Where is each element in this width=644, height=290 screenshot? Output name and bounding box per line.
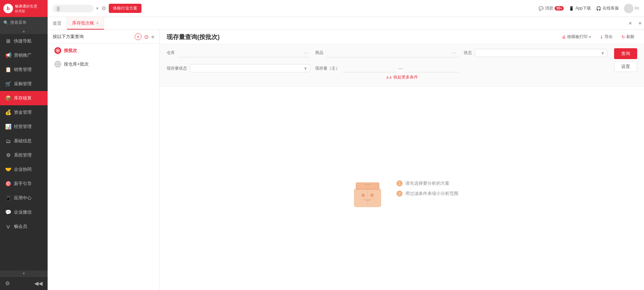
warehouse-dots-icon[interactable]: ··· [303,50,307,55]
warehouse-label: 仓库 [167,50,175,56]
warehouse-input[interactable]: ··· [177,48,310,57]
svg-point-2 [56,62,60,66]
product-field: 商品 ··· [315,48,459,57]
export-btn[interactable]: ⤓ 导出 [597,33,615,41]
inventory-status-label: 现存量状态 [167,66,187,71]
sidebar-item-weixin[interactable]: 💬 企业微信 [0,205,48,219]
query-button[interactable]: 查询 [614,48,637,59]
sidebar-item-label: 经营管理 [14,124,32,130]
sidebar-item-appcenter[interactable]: 📱 应用中心 [0,191,48,205]
sidebar-item-sales[interactable]: 📋 销售管理 [0,62,48,77]
message-icon: 💬 [539,6,544,11]
sidebar-footer: ⚙ ◀◀ [0,276,48,290]
hint-num-2: 2 [396,191,403,197]
sidebar-nav: ⊞ 快捷导航 📢 营销推广 📋 销售管理 🛒 采购管理 📦 库存核算 💰 资金管… [0,34,48,271]
topbar-left: ▓ ▾ ⚙ 体验行业方案 [53,4,535,13]
sidebar-item-label: 企业微信 [14,209,32,215]
add-scheme-icon[interactable]: + [135,33,141,40]
scheme-by-wh-batch-label: 按仓库+批次 [64,61,89,67]
left-panel: 按以下方案查询 + ⊙ « 按批次 按仓库+批次 [48,30,160,290]
empty-state: 1 请先选择要分析的方案 2 用过滤条件来缩小分析范围 [160,87,644,290]
status-chevron-icon: ∨ [601,51,604,55]
scheme-item-by-batch[interactable]: 按批次 [48,44,159,57]
message-btn[interactable]: 💬 消息 99+ [539,5,564,11]
export-icon: ⤓ [600,35,603,39]
trial-btn[interactable]: 体验行业方案 [109,4,141,13]
topbar-search-box[interactable]: ▓ [53,5,94,12]
right-panel: 现存量查询(按批次) 🖨 按模板打印 ▾ ⤓ 导出 ↻ 刷新 [160,30,644,290]
right-panel-header: 现存量查询(按批次) 🖨 按模板打印 ▾ ⤓ 导出 ↻ 刷新 [160,30,644,44]
warehouse-text-input[interactable] [180,49,302,56]
brand-text: 畅康通好生意 标准版 [15,4,37,13]
sidebar-item-operation[interactable]: 📊 经营管理 [0,120,48,134]
sidebar-item-label: 企业协同 [14,166,32,173]
topbar-gear-icon[interactable]: ⚙ [101,5,106,12]
avatar [624,4,633,13]
empty-hint: 1 请先选择要分析的方案 2 用过滤条件来缩小分析范围 [396,180,458,197]
sidebar-scroll-up[interactable]: ▲ [0,28,48,34]
product-input[interactable]: ··· [326,48,459,57]
collapse-filter-btn[interactable]: ∧∧ 收起更多条件 [167,72,637,82]
quick-nav-icon: ⊞ [5,38,11,44]
sidebar-search[interactable]: 🔍 搜索菜单 [0,17,48,28]
appcenter-icon: 📱 [5,195,11,201]
sidebar-item-basic[interactable]: 🗂 基础信息 [0,134,48,148]
tab-close-icon[interactable]: × [96,21,99,25]
product-dots-icon[interactable]: ··· [452,50,456,55]
inventory-qty-field: 现存量（主） — [315,65,459,72]
tab-inventory-batch[interactable]: 库存批次账 × [67,17,104,30]
tab-home[interactable]: 首页 [48,17,67,30]
purchase-icon: 🛒 [5,81,11,87]
sidebar-item-quick-nav[interactable]: ⊞ 快捷导航 [0,34,48,48]
filter-row-1: 仓库 ··· 商品 ··· [167,48,607,57]
settings-icon[interactable]: ⚙ [5,280,10,287]
sidebar-item-system[interactable]: ⚙ 系统管理 [0,148,48,162]
sales-icon: 📋 [5,67,11,73]
print-icon: 🖨 [562,35,566,39]
print-chevron-icon: ▾ [589,35,591,39]
settings-button[interactable]: 设置 [614,61,637,72]
sidebar-item-marketing[interactable]: 📢 营销推广 [0,48,48,62]
sidebar-item-label: 快捷导航 [14,38,32,44]
basic-icon: 🗂 [5,138,11,144]
inventory-qty-max-input[interactable] [405,65,459,72]
sidebar-item-newbie[interactable]: 🎯 新手引导 [0,177,48,191]
topbar-right: 💬 消息 99+ 📱 App下载 🎧 在线客服 Rit [539,4,639,13]
scheme-item-by-warehouse-batch[interactable]: 按仓库+批次 [48,57,159,71]
weixin-icon: 💬 [5,209,11,215]
app-download-btn[interactable]: 📱 App下载 [569,5,591,11]
sidebar-item-label: 采购管理 [14,81,32,87]
panel-collapse-icon[interactable]: « [151,34,154,40]
status-select[interactable]: ∨ [475,49,607,57]
hint-text-2: 用过滤条件来缩小分析范围 [405,191,458,197]
sidebar-item-label: 系统管理 [14,152,32,158]
topbar-chevron-icon[interactable]: ▾ [96,6,99,11]
filter-area: 仓库 ··· 商品 ··· [160,44,644,87]
user-avatar-btn[interactable]: Rit [624,4,639,13]
sidebar-item-purchase[interactable]: 🛒 采购管理 [0,77,48,91]
sidebar-scroll-down[interactable]: ▼ [0,271,48,276]
inventory-status-select[interactable]: ∨ [190,64,310,72]
logo-icon: b [3,4,13,13]
service-icon: 🎧 [596,6,601,11]
topbar: ▓ ▾ ⚙ 体验行业方案 💬 消息 99+ 📱 App下载 🎧 在线客服 [48,0,644,17]
finance-icon: 💰 [5,109,11,115]
refresh-icon: ↻ [622,35,625,39]
sidebar-item-inventory[interactable]: 📦 库存核算 [0,91,48,105]
sidebar-item-member[interactable]: V 畅会员 [0,219,48,234]
sidebar-item-finance[interactable]: 💰 资金管理 [0,105,48,120]
sidebar-item-enterprise[interactable]: 🤝 企业协同 [0,162,48,177]
scheme-settings-icon[interactable]: ⊙ [144,34,149,40]
panel-title: 按以下方案查询 [53,34,84,40]
inventory-qty-min-input[interactable] [342,65,397,72]
online-service-btn[interactable]: 🎧 在线客服 [596,5,619,11]
print-btn[interactable]: 🖨 按模板打印 ▾ [559,33,594,41]
collapse-sidebar-icon[interactable]: ◀◀ [34,280,43,287]
product-text-input[interactable] [329,49,451,56]
refresh-btn[interactable]: ↻ 刷新 [619,33,637,41]
message-badge: 99+ [555,6,564,11]
tab-close-right-btn[interactable]: × [625,20,636,26]
inventory-status-chevron-icon: ∨ [304,66,307,71]
tab-menu-btn[interactable]: ≡ [636,21,644,26]
scheme-unselected-icon [54,61,61,68]
